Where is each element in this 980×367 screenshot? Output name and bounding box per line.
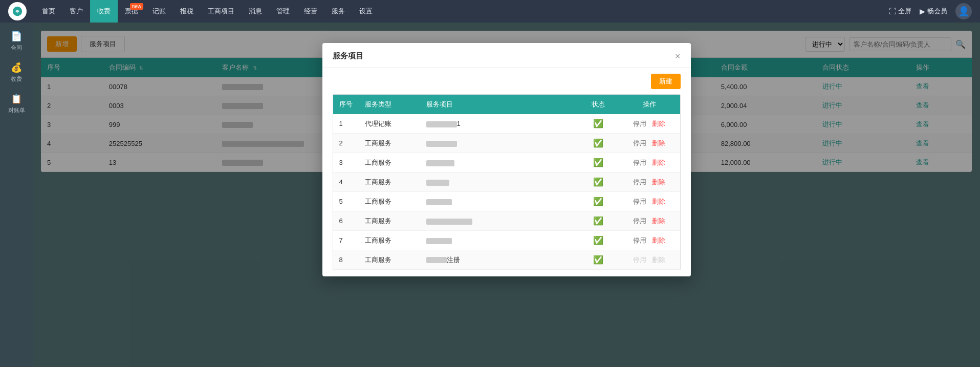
delete-button[interactable]: 删除 <box>652 217 665 226</box>
nav-fee[interactable]: 收费 <box>90 0 118 23</box>
sidebar-item-fee[interactable]: 💰 收费 <box>2 58 31 87</box>
status-check-icon: ✅ <box>593 139 603 147</box>
modal-col-seq: 序号 <box>333 95 359 114</box>
nav-tax[interactable]: 报税 <box>173 0 201 23</box>
fee-icon: 💰 <box>11 62 22 73</box>
status-check-icon: ✅ <box>593 255 603 264</box>
top-navigation: 首页 客户 收费 票据 new 记账 报税 工商项目 消息 管理 经营 服务 设… <box>0 0 980 23</box>
nav-business[interactable]: 工商项目 <box>201 0 242 23</box>
modal-toolbar: 新建 <box>333 74 681 89</box>
service-item-modal: 服务项目 × 新建 序号 服务类型 服务项目 <box>322 43 691 276</box>
sidebar-item-contract[interactable]: 📄 合同 <box>2 27 31 56</box>
list-item: 3 工商服务 ✅ 停用 删除 <box>333 153 680 172</box>
modal-overlay: 服务项目 × 新建 序号 服务类型 服务项目 <box>33 23 980 367</box>
nav-customer[interactable]: 客户 <box>62 0 90 23</box>
modal-col-type: 服务类型 <box>359 95 420 114</box>
nav-operation[interactable]: 经营 <box>297 0 324 23</box>
stop-button[interactable]: 停用 <box>633 255 646 265</box>
main-layout: 📄 合同 💰 收费 📋 对账单 新增 服务项目 进行中 🔍 <box>0 23 980 367</box>
delete-button[interactable]: 删除 <box>652 197 665 206</box>
status-check-icon: ✅ <box>593 158 603 167</box>
list-item: 1 代理记账 1 ✅ 停用 删除 <box>333 114 680 134</box>
nav-message[interactable]: 消息 <box>242 0 269 23</box>
modal-close-button[interactable]: × <box>675 52 681 61</box>
status-check-icon: ✅ <box>593 119 603 128</box>
delete-button[interactable]: 删除 <box>652 119 665 128</box>
list-item: 2 工商服务 ✅ 停用 删除 <box>333 134 680 153</box>
list-item: 4 工商服务 ✅ 停用 删除 <box>333 172 680 192</box>
user-avatar[interactable]: 👤 <box>955 3 972 19</box>
nav-home[interactable]: 首页 <box>35 0 62 23</box>
nav-bookkeeping[interactable]: 记账 <box>145 0 173 23</box>
delete-button[interactable]: 删除 <box>652 139 665 148</box>
app-logo[interactable] <box>8 2 27 20</box>
contract-icon: 📄 <box>11 31 22 42</box>
reconciliation-icon: 📋 <box>11 93 22 104</box>
stop-button[interactable]: 停用 <box>633 236 646 245</box>
nav-right-area: ⛶ 全屏 ▶ 畅会员 👤 <box>889 3 972 19</box>
nav-invoice[interactable]: 票据 new <box>118 0 145 23</box>
modal-table-body: 1 代理记账 1 ✅ 停用 删除 <box>333 114 680 270</box>
delete-button[interactable]: 删除 <box>652 236 665 245</box>
stop-button[interactable]: 停用 <box>633 119 646 128</box>
list-item: 5 工商服务 ✅ 停用 删除 <box>333 192 680 211</box>
list-item: 7 工商服务 ✅ 停用 删除 <box>333 231 680 250</box>
stop-button[interactable]: 停用 <box>633 197 646 206</box>
sidebar-item-reconciliation[interactable]: 📋 对账单 <box>2 89 31 118</box>
delete-button[interactable]: 删除 <box>652 158 665 167</box>
status-check-icon: ✅ <box>593 178 603 186</box>
stop-button[interactable]: 停用 <box>633 158 646 167</box>
main-content: 新增 服务项目 进行中 🔍 序号 合同编码 ⇅ 客户名称 ⇅ <box>33 23 980 367</box>
modal-title: 服务项目 <box>333 51 363 61</box>
sidebar: 📄 合同 💰 收费 📋 对账单 <box>0 23 33 367</box>
new-service-button[interactable]: 新建 <box>651 74 681 89</box>
nav-manage[interactable]: 管理 <box>269 0 297 23</box>
stop-button[interactable]: 停用 <box>633 217 646 226</box>
fullscreen-btn[interactable]: ⛶ 全屏 <box>889 7 911 16</box>
modal-body: 新建 序号 服务类型 服务项目 状态 操作 <box>322 68 691 276</box>
modal-col-status: 状态 <box>578 95 619 114</box>
status-check-icon: ✅ <box>593 217 603 225</box>
modal-col-item: 服务项目 <box>420 95 578 114</box>
nav-service[interactable]: 服务 <box>324 0 352 23</box>
list-item: 6 工商服务 ✅ 停用 删除 <box>333 211 680 231</box>
list-item: 8 工商服务 注册 ✅ 停用 删除 <box>333 250 680 270</box>
nav-settings[interactable]: 设置 <box>352 0 380 23</box>
stop-button[interactable]: 停用 <box>633 139 646 148</box>
modal-header: 服务项目 × <box>322 43 691 68</box>
modal-col-action: 操作 <box>619 95 680 114</box>
status-check-icon: ✅ <box>593 197 603 206</box>
status-check-icon: ✅ <box>593 236 603 245</box>
new-badge: new <box>130 3 143 10</box>
modal-table-wrapper[interactable]: 序号 服务类型 服务项目 状态 操作 1 代理记账 <box>333 94 681 270</box>
service-items-table: 序号 服务类型 服务项目 状态 操作 1 代理记账 <box>333 95 680 270</box>
delete-button[interactable]: 删除 <box>652 178 665 187</box>
member-btn[interactable]: ▶ 畅会员 <box>920 7 947 16</box>
modal-table-header: 序号 服务类型 服务项目 状态 操作 <box>333 95 680 114</box>
delete-button[interactable]: 删除 <box>652 255 665 265</box>
stop-button[interactable]: 停用 <box>633 178 646 187</box>
